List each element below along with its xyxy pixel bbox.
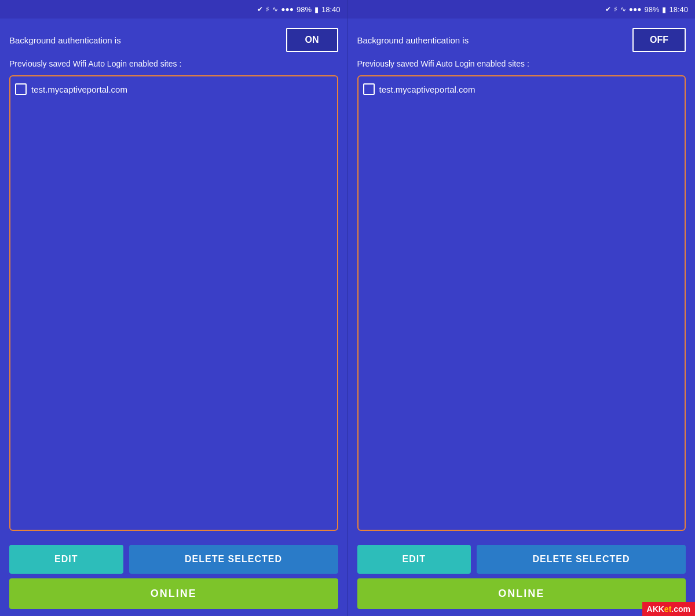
left-auth-label: Background authentication is (9, 35, 121, 45)
left-sites-label: Previously saved Wifi Auto Login enabled… (9, 59, 338, 68)
battery-icon: ▮ (314, 5, 319, 14)
right-bluetooth-icon: ✔ (605, 5, 611, 13)
right-battery-text: 98% (644, 5, 659, 14)
right-toggle-button[interactable]: OFF (632, 28, 686, 52)
left-toggle-button[interactable]: ON (286, 28, 338, 52)
right-panel: ✔ ♯ ∿ ●●● 98% ▮ 18:40 Background authent… (348, 0, 696, 616)
left-status-bar: ✔ ♯ ∿ ●●● 98% ▮ 18:40 (0, 0, 348, 19)
left-auth-row: Background authentication is ON (9, 28, 338, 52)
left-main-content: Background authentication is ON Previous… (0, 19, 348, 540)
right-sound-off-icon: ♯ (614, 5, 617, 13)
left-delete-button[interactable]: DELETE SELECTED (129, 545, 338, 574)
right-online-button[interactable]: ONLINE (357, 578, 686, 609)
watermark-ak: AKK (647, 604, 664, 614)
right-battery-icon: ▮ (662, 5, 666, 14)
right-site-item[interactable]: test.mycaptiveportal.com (363, 81, 681, 97)
watermark-dot: .com (671, 604, 690, 614)
watermark: AKKet.com (642, 602, 695, 616)
right-time-text: 18:40 (669, 5, 688, 14)
left-panel: ✔ ♯ ∿ ●●● 98% ▮ 18:40 Background authent… (0, 0, 348, 616)
left-sites-list: test.mycaptiveportal.com (9, 75, 338, 531)
battery-text: 98% (297, 5, 312, 14)
left-online-button[interactable]: ONLINE (9, 578, 338, 609)
wifi-icon: ∿ (272, 5, 278, 13)
right-signal-icon: ●●● (629, 5, 642, 13)
bluetooth-icon: ✔ (257, 5, 263, 13)
right-site-name: test.mycaptiveportal.com (379, 85, 475, 94)
right-sites-label: Previously saved Wifi Auto Login enabled… (357, 59, 686, 68)
right-auth-label: Background authentication is (357, 35, 469, 45)
left-edit-button[interactable]: EDIT (9, 545, 123, 574)
right-action-row: EDIT DELETE SELECTED (357, 545, 686, 574)
right-delete-button[interactable]: DELETE SELECTED (477, 545, 686, 574)
right-auth-row: Background authentication is OFF (357, 28, 686, 52)
right-main-content: Background authentication is OFF Previou… (348, 19, 696, 540)
left-site-item[interactable]: test.mycaptiveportal.com (15, 81, 332, 97)
right-wifi-icon: ∿ (620, 5, 626, 13)
right-status-icons: ✔ ♯ ∿ ●●● 98% ▮ 18:40 (605, 5, 688, 14)
left-action-row: EDIT DELETE SELECTED (9, 545, 338, 574)
right-sites-list: test.mycaptiveportal.com (357, 75, 686, 531)
right-status-bar: ✔ ♯ ∿ ●●● 98% ▮ 18:40 (348, 0, 696, 19)
time-text: 18:40 (321, 5, 341, 14)
left-status-icons: ✔ ♯ ∿ ●●● 98% ▮ 18:40 (257, 5, 340, 14)
sound-off-icon: ♯ (266, 5, 269, 13)
left-site-name: test.mycaptiveportal.com (31, 85, 127, 94)
signal-icon: ●●● (281, 5, 294, 13)
right-edit-button[interactable]: EDIT (357, 545, 471, 574)
right-site-checkbox[interactable] (363, 83, 375, 95)
left-site-checkbox[interactable] (15, 83, 27, 95)
watermark-ket: et (664, 604, 671, 614)
left-bottom-buttons: EDIT DELETE SELECTED ONLINE (0, 540, 348, 616)
